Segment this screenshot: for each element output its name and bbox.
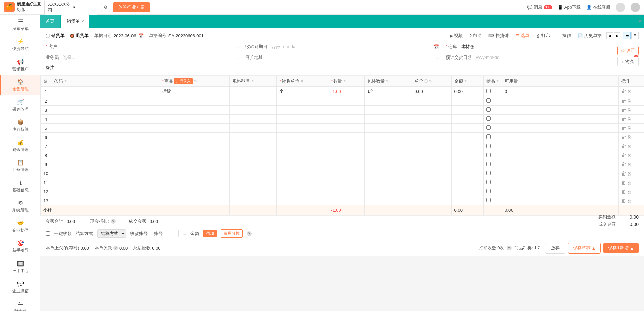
cell-price[interactable] (412, 115, 451, 124)
cell-spec[interactable] (229, 187, 277, 196)
discount-info-icon[interactable]: ? (111, 219, 116, 224)
cell-spec[interactable] (229, 160, 277, 169)
cell-pkgqty[interactable] (364, 106, 412, 115)
cell-qty[interactable] (328, 142, 365, 151)
cell-qty[interactable] (328, 169, 365, 178)
cell-spec[interactable] (229, 96, 277, 106)
cell-gift[interactable] (484, 142, 502, 151)
setting-button[interactable]: ⚙ 设置 (617, 46, 639, 55)
add-pay-button[interactable]: 添加 (203, 230, 217, 237)
cell-amount[interactable] (451, 187, 483, 196)
cell-gift[interactable] (484, 178, 502, 187)
cell-gift[interactable] (484, 169, 502, 178)
cell-pkgqty[interactable] (364, 96, 412, 106)
sidebar-item-sales[interactable]: 🏠 销售管理 (0, 75, 40, 95)
fee-info-icon[interactable]: ? (247, 231, 252, 236)
toolbar-select[interactable]: ☰ 选单 (514, 32, 531, 40)
customer-more-btn[interactable]: ... (236, 45, 239, 49)
method-select[interactable]: 结算方式 (97, 229, 126, 238)
message-button[interactable]: 💬 消息 99+ (527, 4, 552, 10)
sidebar-item-marketing[interactable]: 📢 营销推广 (0, 55, 40, 75)
cell-product[interactable] (159, 115, 229, 124)
cell-pkgqty[interactable]: 1个 (364, 87, 412, 96)
cell-price[interactable] (412, 96, 451, 106)
cell-product[interactable] (159, 96, 229, 106)
avatar[interactable] (616, 3, 625, 12)
flow-button[interactable]: + 物流 (617, 57, 639, 66)
cell-qty[interactable] (328, 133, 365, 142)
cell-qty[interactable]: -1.00 (328, 87, 365, 96)
sidebar-item-basicinfo[interactable]: ℹ 基础信息 (0, 176, 40, 196)
cell-pkgqty[interactable] (364, 124, 412, 133)
delete-row-icon[interactable]: 🗑 (621, 107, 626, 113)
cell-price[interactable] (412, 169, 451, 178)
cell-spec[interactable] (229, 169, 277, 178)
cell-pkgqty[interactable] (364, 133, 412, 142)
copy-row-icon[interactable]: ⎘ (628, 134, 630, 140)
tab-close-icon[interactable]: × (82, 19, 84, 24)
column-settings-icon[interactable]: ⚙ (43, 79, 48, 84)
cell-gift[interactable] (484, 160, 502, 169)
copy-row-icon[interactable]: ⎘ (628, 107, 630, 113)
radio-return[interactable]: 退货单 (70, 33, 89, 39)
copy-row-icon[interactable]: ⎘ (628, 198, 630, 203)
cell-barcode[interactable] (51, 187, 159, 196)
cell-qty[interactable] (328, 178, 365, 187)
sidebar-item-inventory[interactable]: 📦 库存核算 (0, 116, 40, 136)
delete-row-icon[interactable]: 🗑 (621, 180, 626, 185)
save-draft-button[interactable]: 保存草稿 ▲ (568, 243, 601, 254)
delete-row-icon[interactable]: 🗑 (621, 125, 626, 131)
cell-product[interactable] (159, 160, 229, 169)
copy-row-icon[interactable]: ⎘ (628, 98, 630, 104)
fee-split-button[interactable]: 费用分摊 (221, 229, 243, 238)
cell-amount[interactable] (451, 142, 483, 151)
delete-row-icon[interactable]: 🗑 (621, 134, 626, 140)
cell-gift[interactable] (484, 187, 502, 196)
cell-product[interactable] (159, 196, 229, 205)
cell-pkgqty[interactable] (364, 178, 412, 187)
cell-barcode[interactable] (51, 96, 159, 106)
account-more-btn[interactable]: ... (183, 231, 186, 236)
trial-button[interactable]: 体验行业方案 (113, 2, 150, 12)
salesperson-input[interactable] (62, 54, 233, 61)
sort-gift-icon[interactable]: ⇅ (496, 79, 499, 83)
cell-spec[interactable] (229, 124, 277, 133)
cell-pkgqty[interactable] (364, 142, 412, 151)
sidebar-item-weixin[interactable]: 💬 企业微信 (0, 277, 40, 297)
cell-barcode[interactable] (51, 169, 159, 178)
grid-view-btn[interactable]: ⊞ (631, 32, 639, 39)
copy-row-icon[interactable]: ⎘ (628, 171, 630, 176)
sidebar-item-finance[interactable]: 💰 资金管理 (0, 136, 40, 156)
cell-barcode[interactable] (51, 106, 159, 115)
cell-gift[interactable] (484, 87, 502, 96)
copy-row-icon[interactable]: ⎘ (628, 144, 630, 149)
cell-spec[interactable] (229, 133, 277, 142)
cell-product[interactable] (159, 187, 229, 196)
salesperson-more-btn[interactable]: ... (236, 55, 239, 60)
discard-button[interactable]: 放弃 (545, 243, 565, 254)
cell-qty[interactable] (328, 96, 365, 106)
cell-gift[interactable] (484, 115, 502, 124)
cell-spec[interactable] (229, 106, 277, 115)
sidebar-item-quicknav[interactable]: ⚡ 快捷导航 (0, 35, 40, 55)
cell-price[interactable] (412, 133, 451, 142)
cell-pkgqty[interactable] (364, 187, 412, 196)
toolbar-help[interactable]: ? 帮助 (467, 32, 484, 40)
settings-icon[interactable]: ⚙ (101, 3, 110, 12)
list-view-btn[interactable]: ☰ (623, 32, 631, 39)
cell-barcode[interactable] (51, 87, 159, 96)
cell-price[interactable]: 0.00 (412, 87, 451, 96)
cell-price[interactable] (412, 151, 451, 160)
cell-price[interactable] (412, 160, 451, 169)
cell-product[interactable] (159, 169, 229, 178)
cell-qty[interactable] (328, 115, 365, 124)
cell-product[interactable] (159, 106, 229, 115)
sidebar-item-management[interactable]: 📋 经营管理 (0, 156, 40, 176)
cell-qty[interactable] (328, 160, 365, 169)
customer-input[interactable] (60, 43, 233, 50)
cell-product[interactable] (159, 178, 229, 187)
toolbar-video[interactable]: ▶ 视频 (448, 32, 465, 40)
sidebar-item-apps[interactable]: 🔲 应用中心 (0, 257, 40, 277)
cell-qty[interactable] (328, 124, 365, 133)
toolbar-history[interactable]: 📄 历史单据 (576, 32, 604, 40)
